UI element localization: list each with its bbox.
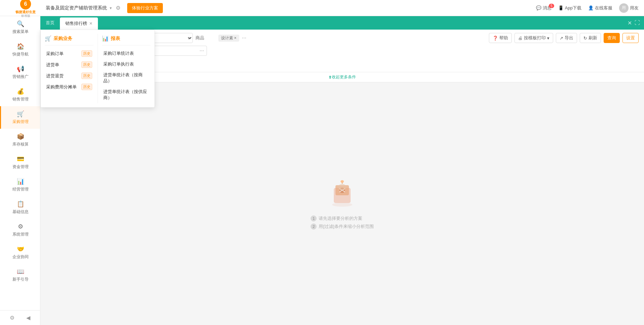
dropdown-item-label: 进货单统计表（按商品） xyxy=(103,72,149,84)
logo-area: 6 畅捷通好生意 标准版 xyxy=(5,0,46,18)
online-service-label: 在线客服 xyxy=(595,5,612,11)
goods-tag-text: 设计素 × xyxy=(221,35,237,41)
sidebar-item-enterprise[interactable]: 🤝 企业协同 xyxy=(0,241,40,264)
sidebar-item-basic-info[interactable]: 📋 基础信息 xyxy=(0,196,40,219)
history-tag: 历史 xyxy=(81,84,92,90)
message-btn[interactable]: 💬 消息 5 xyxy=(536,5,551,11)
dropdown-item-label: 采购费用分摊单 xyxy=(46,84,77,90)
tab-expand-icon[interactable]: ⛶ xyxy=(635,20,640,26)
dropdown-item-label: 采购订单执行表 xyxy=(103,61,134,67)
industry-btn[interactable]: 体验行业方案 xyxy=(127,3,163,13)
sidebar-item-label: 营销推广 xyxy=(12,74,29,80)
dropdown-item-label: 进货退货 xyxy=(46,73,64,79)
collapse-label: 收起更多条件 xyxy=(332,74,356,80)
sidebar-item-purchase[interactable]: 🛒 采购管理 xyxy=(0,106,40,129)
settings-btn[interactable]: 设置 xyxy=(622,33,639,43)
empty-state: 1 请先选择要分析的方案 2 用[过滤]条件来缩小分析范围 xyxy=(40,82,644,325)
sidebar-item-label: 快捷导航 xyxy=(12,51,29,57)
sidebar-item-system[interactable]: ⚙ 系统管理 xyxy=(0,219,40,241)
dropdown-menu: 🛒 采购业务 采购订单 历史 进货单 历史 进货退货 历史 采购费用分摊单 历史 xyxy=(40,30,155,108)
home-icon: 🏠 xyxy=(17,43,24,50)
sidebar-collapse-btn[interactable]: ◀ xyxy=(26,315,30,321)
dropdown-item-order-stats[interactable]: 采购订单统计表 xyxy=(102,48,151,59)
export-icon: ↗ xyxy=(560,36,563,41)
sidebar-item-label: 新手引导 xyxy=(12,277,29,282)
sidebar-bottom: ⚙ ◀ xyxy=(0,310,40,325)
system-settings-icon[interactable]: ⚙ xyxy=(114,3,122,12)
export-btn[interactable]: ↗ 导出 xyxy=(556,33,577,43)
empty-hint-1: 1 请先选择要分析的方案 xyxy=(311,215,373,221)
sidebar-item-sales[interactable]: 💰 销售管理 xyxy=(0,84,40,106)
tab-home[interactable]: 首页 xyxy=(40,16,60,30)
help-icon: ❓ xyxy=(493,36,498,41)
avatar: 用 xyxy=(619,3,629,13)
print-btn[interactable]: 🖨 按模板打印 ▾ xyxy=(514,33,553,43)
hint-num-2: 2 xyxy=(311,224,317,230)
refresh-label: 刷新 xyxy=(588,35,597,41)
sidebar-item-label: 经营管理 xyxy=(12,187,29,192)
tab-close-icon[interactable]: ✕ xyxy=(89,21,93,26)
goods-more-icon[interactable]: ··· xyxy=(242,35,246,41)
online-service-btn[interactable]: 👤 在线客服 xyxy=(588,5,612,11)
empty-illustration xyxy=(325,178,359,211)
goods-filter-tag[interactable]: 设计素 × xyxy=(218,35,239,42)
app-download-label: App下载 xyxy=(565,5,581,11)
sidebar-item-label: 基础信息 xyxy=(12,209,29,215)
user-area[interactable]: 用 用友 xyxy=(619,3,639,13)
logo-brand: 畅捷通好生意 xyxy=(15,10,36,14)
refresh-btn[interactable]: ↻ 刷新 xyxy=(580,33,601,43)
sidebar-item-label: 搜索菜单 xyxy=(12,29,29,35)
sidebar-item-label: 采购管理 xyxy=(12,119,29,125)
dropdown-item-receipt-stats-goods[interactable]: 进货单统计表（按商品） xyxy=(102,70,151,86)
tab-close-action-icon[interactable]: ✕ xyxy=(628,20,632,26)
message-count-badge: 5 xyxy=(549,4,554,8)
sidebar-item-search[interactable]: 🔍 搜索菜单 xyxy=(0,16,40,39)
inventory-icon: 📦 xyxy=(17,133,24,140)
sidebar-item-label: 销售管理 xyxy=(12,96,29,102)
hint-text-2: 用[过滤]条件来缩小分析范围 xyxy=(319,224,373,230)
report-section-icon: 📊 xyxy=(102,35,109,42)
print-icon: 🖨 xyxy=(518,36,523,41)
dropdown-item-purchase-order[interactable]: 采购订单 历史 xyxy=(45,48,94,59)
salesman-more-icon[interactable]: ··· xyxy=(200,48,204,54)
sales-icon: 💰 xyxy=(17,88,24,95)
query-btn[interactable]: 查询 xyxy=(604,33,620,43)
sidebar-item-finance[interactable]: 💳 资金管理 xyxy=(0,151,40,174)
app-download-btn[interactable]: 📱 App下载 xyxy=(558,5,581,11)
dropdown-purchase-col: 🛒 采购业务 采购订单 历史 进货单 历史 进货退货 历史 采购费用分摊单 历史 xyxy=(41,34,98,103)
dropdown-report-col: 📊 报表 采购订单统计表 采购订单执行表 进货单统计表（按商品） 进货单统计表（… xyxy=(98,34,155,103)
history-tag: 历史 xyxy=(81,50,92,57)
sidebar-item-label: 库存核算 xyxy=(12,141,29,147)
basic-info-icon: 📋 xyxy=(17,200,24,208)
sidebar-item-label: 系统管理 xyxy=(12,232,29,237)
dropdown-item-return[interactable]: 进货退货 历史 xyxy=(45,70,94,81)
svg-point-2 xyxy=(332,203,352,207)
sidebar-item-quick-nav[interactable]: 🏠 快捷导航 xyxy=(0,39,40,61)
sidebar-settings-btn[interactable]: ⚙ xyxy=(10,315,14,321)
dropdown-item-receipt[interactable]: 进货单 历史 xyxy=(45,59,94,70)
refresh-icon: ↻ xyxy=(583,36,587,41)
doc-status-select[interactable] xyxy=(152,33,193,43)
sidebar-item-guide[interactable]: 📖 新手引导 xyxy=(0,264,40,286)
dropdown-item-expense[interactable]: 采购费用分摊单 历史 xyxy=(45,81,94,92)
dropdown-arrow-icon[interactable]: ▾ xyxy=(110,6,112,10)
sidebar-item-marketing[interactable]: 📢 营销推广 xyxy=(0,61,40,84)
tab-bar: 首页 销售排行榜 ✕ ✕ ⛶ xyxy=(40,16,644,30)
dropdown-item-receipt-stats-supplier[interactable]: 进货单统计表（按供应商） xyxy=(102,86,151,103)
sidebar-item-inventory[interactable]: 📦 库存核算 xyxy=(0,129,40,151)
dropdown-item-order-exec[interactable]: 采购订单执行表 xyxy=(102,59,151,70)
history-tag: 历史 xyxy=(81,73,92,79)
guide-icon: 📖 xyxy=(17,268,24,275)
svg-point-10 xyxy=(341,180,344,183)
sidebar-item-operation[interactable]: 📊 经营管理 xyxy=(0,174,40,196)
print-dropdown-icon: ▾ xyxy=(547,36,549,41)
goods-filter-label: 商品 xyxy=(195,35,216,41)
tab-sales-rank[interactable]: 销售排行榜 ✕ xyxy=(60,17,98,30)
help-btn[interactable]: ❓ 帮助 xyxy=(489,33,512,43)
hint-num-1: 1 xyxy=(311,215,317,221)
enterprise-icon: 🤝 xyxy=(17,245,24,253)
dropdown-purchase-title: 🛒 采购业务 xyxy=(45,34,94,45)
collapse-icon: ⬆ xyxy=(328,75,332,80)
dropdown-item-label: 进货单统计表（按供应商） xyxy=(103,89,149,101)
dropdown-item-label: 采购订单统计表 xyxy=(103,50,134,56)
